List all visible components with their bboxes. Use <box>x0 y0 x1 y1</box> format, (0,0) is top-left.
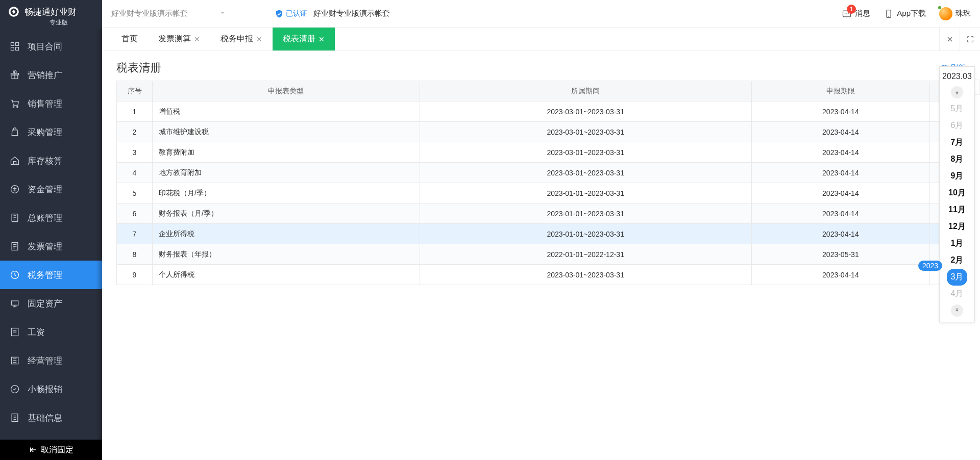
table-row[interactable]: 6财务报表（月/季）2023-01-01~2023-03-312023-04-1… <box>117 203 966 224</box>
sidebar: 畅捷通好业财 专业版 项目合同营销推广销售管理采购管理库存核算资金管理总账管理发… <box>0 0 102 460</box>
sidebar-item-13[interactable]: 基础信息 <box>0 403 102 432</box>
messages-button[interactable]: 1 消息 <box>842 9 870 19</box>
period-item-6[interactable]: 11月 <box>948 201 966 218</box>
period-up-button[interactable] <box>951 86 963 98</box>
chevron-down-icon <box>953 307 961 314</box>
cell-period: 2023-03-01~2023-03-31 <box>420 163 751 183</box>
verified-badge: 已认证 好业财专业版演示帐套 <box>275 9 390 18</box>
sidebar-item-label: 营销推广 <box>28 69 62 81</box>
sidebar-item-7[interactable]: 发票管理 <box>0 232 102 261</box>
col-2: 所属期间 <box>420 81 751 101</box>
reimb-icon <box>9 384 20 395</box>
info-icon <box>9 412 20 423</box>
cell-type: 财务报表（年报） <box>153 244 420 265</box>
table-row[interactable]: 9个人所得税2023-03-01~2023-03-312023-04-14 <box>117 265 966 285</box>
sidebar-item-3[interactable]: 采购管理 <box>0 118 102 146</box>
cell-idx: 6 <box>117 203 153 224</box>
app-download-button[interactable]: App下载 <box>884 9 926 19</box>
table-row[interactable]: 2城市维护建设税2023-03-01~2023-03-312023-04-14 <box>117 122 966 142</box>
table-row[interactable]: 3教育费附加2023-03-01~2023-03-312023-04-14 <box>117 142 966 163</box>
tab-3[interactable]: 税表清册✕ <box>273 28 335 50</box>
period-down-button[interactable] <box>951 304 963 317</box>
table-row[interactable]: 4地方教育附加2023-03-01~2023-03-312023-04-14 <box>117 163 966 183</box>
col-3: 申报期限 <box>751 81 929 101</box>
cell-idx: 2 <box>117 122 153 142</box>
sidebar-item-10[interactable]: 工资 <box>0 318 102 346</box>
biz-icon <box>9 355 20 366</box>
cell-due: 2023-05-31 <box>751 244 929 265</box>
period-item-10[interactable]: 3月 <box>947 269 967 286</box>
chevron-up-icon <box>953 89 961 96</box>
period-item-5[interactable]: 10月 <box>948 185 966 201</box>
sidebar-scrollbar[interactable] <box>96 29 102 440</box>
tab-close-button[interactable] <box>939 28 960 51</box>
period-head[interactable]: 2023.03 <box>940 67 974 84</box>
tab-2[interactable]: 税务申报✕ <box>210 28 273 50</box>
cell-type: 增值税 <box>153 101 420 122</box>
sidebar-item-2[interactable]: 销售管理 <box>0 89 102 118</box>
svg-point-6 <box>13 106 14 108</box>
chevron-down-icon <box>218 9 227 18</box>
sidebar-item-label: 销售管理 <box>28 98 62 110</box>
tab-1[interactable]: 发票测算✕ <box>148 28 210 50</box>
sidebar-item-11[interactable]: 经营管理 <box>0 346 102 375</box>
svg-point-7 <box>17 106 18 108</box>
home-icon <box>9 155 20 166</box>
fullscreen-button[interactable] <box>960 28 980 51</box>
cell-period: 2023-03-01~2023-03-31 <box>420 265 751 285</box>
svg-rect-3 <box>16 47 19 50</box>
table-row[interactable]: 8财务报表（年报）2022-01-01~2022-12-312023-05-31 <box>117 244 966 265</box>
sidebar-item-14[interactable]: 系统管理 <box>0 432 102 440</box>
sidebar-item-4[interactable]: 库存核算 <box>0 146 102 175</box>
app-download-label: App下载 <box>897 9 926 18</box>
cell-idx: 3 <box>117 142 153 163</box>
period-item-3[interactable]: 8月 <box>951 151 964 168</box>
tab-close-icon[interactable]: ✕ <box>318 35 325 43</box>
cell-idx: 8 <box>117 244 153 265</box>
sidebar-item-5[interactable]: 资金管理 <box>0 175 102 203</box>
cell-type: 个人所得税 <box>153 265 420 285</box>
tab-close-icon[interactable]: ✕ <box>194 35 200 43</box>
period-item-4[interactable]: 9月 <box>951 168 964 185</box>
sidebar-item-0[interactable]: 项目合同 <box>0 32 102 61</box>
tab-0[interactable]: 首页 <box>111 28 148 50</box>
user-menu[interactable]: 珠珠 <box>939 7 971 20</box>
tabs-bar: 首页发票测算✕税务申报✕税表清册✕ <box>102 28 980 51</box>
period-item-1[interactable]: 6月 <box>951 117 964 134</box>
period-item-8[interactable]: 1月 <box>951 235 964 252</box>
tab-close-icon[interactable]: ✕ <box>256 35 262 43</box>
table-row[interactable]: 7企业所得税2023-01-01~2023-03-312023-04-14 <box>117 224 966 244</box>
topbar: 好业财专业版演示帐套 已认证 好业财专业版演示帐套 1 消息 App下载 <box>102 0 980 28</box>
cell-type: 地方教育附加 <box>153 163 420 183</box>
unpin-button[interactable]: 取消固定 <box>0 440 102 460</box>
tab-label: 发票测算 <box>158 34 191 44</box>
period-item-0[interactable]: 5月 <box>951 100 964 117</box>
sidebar-item-6[interactable]: 总账管理 <box>0 203 102 232</box>
page-title: 税表清册 <box>116 60 161 75</box>
sidebar-item-label: 基础信息 <box>28 412 62 424</box>
period-item-9[interactable]: 2月 <box>951 252 964 269</box>
phone-icon <box>884 9 894 19</box>
period-item-2[interactable]: 7月 <box>951 134 964 151</box>
account-selector[interactable]: 好业财专业版演示帐套 <box>111 9 264 18</box>
table-row[interactable]: 1增值税2023-03-01~2023-03-312023-04-14 <box>117 101 966 122</box>
sidebar-item-label: 税务管理 <box>28 269 62 281</box>
table-row[interactable]: 5印花税（月/季）2023-01-01~2023-03-312023-04-14 <box>117 183 966 203</box>
sidebar-item-1[interactable]: 营销推广 <box>0 61 102 89</box>
sidebar-item-8[interactable]: 税务管理 <box>0 261 102 289</box>
user-name: 珠珠 <box>955 9 971 18</box>
period-item-7[interactable]: 12月 <box>948 218 966 235</box>
cell-idx: 5 <box>117 183 153 203</box>
cell-type: 城市维护建设税 <box>153 122 420 142</box>
cell-idx: 4 <box>117 163 153 183</box>
sidebar-item-label: 总账管理 <box>28 212 62 224</box>
close-icon <box>946 35 954 43</box>
svg-rect-0 <box>11 43 14 46</box>
period-item-11[interactable]: 4月 <box>951 286 964 302</box>
verified-label: 已认证 <box>286 9 307 18</box>
sidebar-item-9[interactable]: 固定资产 <box>0 289 102 318</box>
main-area: 好业财专业版演示帐套 已认证 好业财专业版演示帐套 1 消息 App下载 <box>102 0 980 460</box>
ledger-icon <box>9 212 20 223</box>
sidebar-item-12[interactable]: 小畅报销 <box>0 375 102 403</box>
col-0: 序号 <box>117 81 153 101</box>
